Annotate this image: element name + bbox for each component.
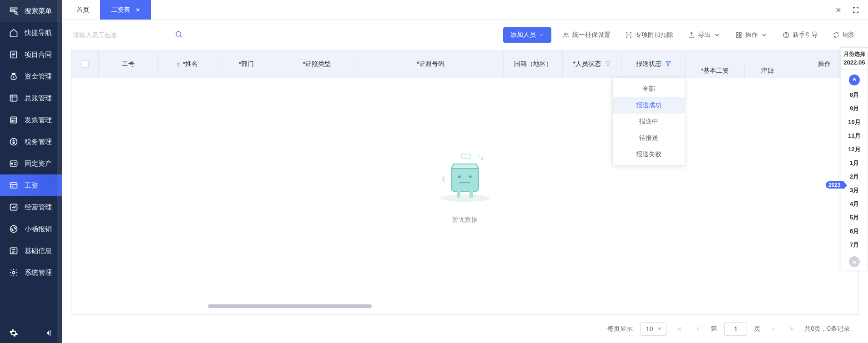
filter-option-failed[interactable]: 报送失败 [613,146,685,163]
filter-option-all[interactable]: 全部 [613,81,685,97]
next-page-button[interactable] [768,323,779,334]
add-employee-button[interactable]: 添加人员 [503,27,551,43]
empty-illustration-icon [433,150,497,205]
tab-home[interactable]: 首页 [66,0,100,20]
tab-bar: 首页 工资表 ✕ [62,0,868,20]
button-label: 专项附加扣除 [635,31,673,39]
page-size-select[interactable]: 10 [640,322,667,336]
month-option[interactable]: 11月 [841,129,868,143]
month-option[interactable]: 5月 [841,211,868,224]
sidebar-item-project-contract[interactable]: 项目合同 [0,44,62,65]
sidebar-item-salary[interactable]: 工资 [0,174,62,196]
th-nationality[interactable]: 国籍（地区） [504,50,563,78]
operations-icon [9,203,18,212]
th-allowance[interactable]: 津贴 [745,64,790,78]
search-input[interactable] [71,28,185,42]
system-icon [9,268,18,277]
tab-label: 工资表 [111,6,130,14]
svg-rect-22 [10,183,17,188]
th-person-status[interactable]: *人员状态 [563,50,622,78]
filter-icon[interactable] [665,60,671,68]
month-picker-selected[interactable]: 2022.05 [841,59,868,70]
svg-point-38 [567,33,568,35]
horizontal-scrollbar[interactable] [208,304,372,308]
sidebar-item-label: 系统管理 [25,268,52,277]
sidebar-item-label: 税务管理 [25,138,52,146]
filter-option-success[interactable]: 报送成功 [613,97,685,114]
month-option[interactable]: 12月 [841,143,868,156]
refresh-icon [833,31,840,39]
sidebar-item-search-menu[interactable]: 搜索菜单 [0,0,62,22]
filter-option-pending[interactable]: 待报送 [613,130,685,146]
month-option[interactable]: 8月 [841,88,868,102]
basic-info-icon [9,246,18,255]
sidebar-item-quick-nav[interactable]: 快捷导航 [0,22,62,44]
month-option[interactable]: 10月 [841,115,868,129]
sidebar-scrollbar[interactable] [57,0,62,343]
svg-rect-43 [739,35,741,37]
svg-rect-58 [461,154,470,159]
search-icon[interactable] [175,30,183,40]
month-option[interactable]: 9月 [841,102,868,115]
th-doc-type[interactable]: *证照类型 [276,50,358,78]
sidebar-item-label: 工资 [25,181,38,190]
fullscreen-button[interactable] [849,3,863,17]
sidebar-item-tax[interactable]: 税务管理 [0,131,62,153]
month-scroll-up-button[interactable] [849,75,860,85]
month-option[interactable]: 4月 [841,197,868,211]
th-doc-number[interactable]: *证照号码 [358,50,504,78]
th-name[interactable]: *姓名 [158,50,217,78]
svg-rect-40 [737,33,738,35]
guide-button[interactable]: 新手引导 [779,27,822,43]
th-label: 工号 [122,60,135,68]
close-icon[interactable]: ✕ [136,7,140,13]
month-option[interactable]: 6月 [841,224,868,238]
home-icon [9,28,18,37]
filter-dropdown: 全部 报送成功 报送中 待报送 报送失败 [612,78,685,166]
filter-icon[interactable] [605,60,611,68]
collapse-icon[interactable] [44,328,53,338]
sidebar-item-reimburse[interactable]: 小畅报销 [0,218,62,240]
th-employee-id[interactable]: 工号 [99,50,158,78]
th-report-status[interactable]: 报送状态 全部 报送成功 报送中 待报送 报送失败 [622,50,686,78]
select-all-checkbox[interactable] [81,60,89,68]
svg-point-56 [481,157,484,160]
gear-icon[interactable] [9,328,18,338]
filter-option-reporting[interactable]: 报送中 [613,114,685,130]
svg-rect-42 [737,35,738,37]
sidebar-item-basic-info[interactable]: 基础信息 [0,240,62,262]
month-option[interactable]: 7月 [841,238,868,252]
last-page-button[interactable] [786,323,797,334]
th-label: 操作 [818,60,831,68]
sidebar-item-system[interactable]: 系统管理 [0,262,62,283]
sidebar-item-label: 基础信息 [25,247,52,255]
refresh-button[interactable]: 刷新 [829,27,859,43]
th-label: 报送状态 [636,60,661,68]
action-button[interactable]: 操作 [732,27,772,43]
export-button[interactable]: 导出 [684,27,724,43]
tab-close-all-button[interactable] [832,3,845,17]
page-input[interactable] [724,322,747,336]
sort-icon[interactable] [177,62,180,67]
month-scroll-down-button[interactable] [849,256,860,267]
sidebar-item-funds[interactable]: ¥ 资金管理 [0,65,62,87]
th-basic-salary[interactable]: *基本工资 [686,64,745,78]
svg-point-48 [440,194,490,202]
deduct-button[interactable]: 专项附加扣除 [621,27,677,43]
month-picker-panel: 月份选择 2022.05 8月 9月 10月 11月 12月 1月 2月 3月 … [841,47,868,270]
button-label: 刷新 [843,31,855,39]
sidebar-item-label: 搜索菜单 [25,7,52,15]
tab-salary-sheet[interactable]: 工资表 ✕ [100,0,151,20]
sidebar-item-operations[interactable]: 经营管理 [0,196,62,218]
sidebar-item-ledger[interactable]: 总账管理 [0,87,62,109]
svg-point-45 [786,36,786,37]
sidebar-item-assets[interactable]: 固定资产 [0,153,62,174]
prev-page-button[interactable] [692,323,703,334]
export-icon [688,31,695,39]
th-department[interactable]: *部门 [217,50,276,78]
ledger-icon [9,94,18,103]
first-page-button[interactable] [674,323,685,334]
sidebar-item-invoice[interactable]: 发票管理 [0,109,62,131]
month-option[interactable]: 1月 [841,156,868,170]
social-settings-button[interactable]: 统一社保设置 [559,27,614,43]
